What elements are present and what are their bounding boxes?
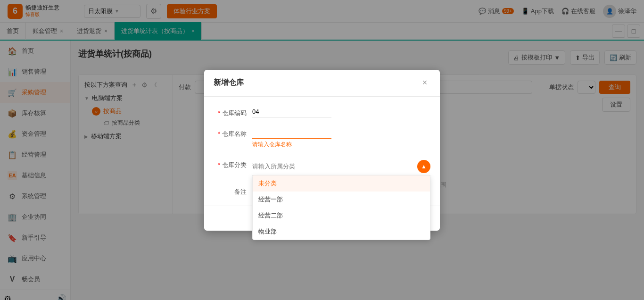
category-dropdown-list: 未分类 经营一部 经营二部 物业部	[252, 175, 430, 240]
code-label: 仓库编码	[214, 106, 247, 117]
category-dropdown-trigger[interactable]: ▲	[252, 158, 430, 175]
modal-body: 仓库编码 仓库名称 请输入仓库名称 仓库分类 ▲	[204, 97, 440, 206]
remark-label: 备注	[214, 185, 247, 196]
category-input[interactable]	[252, 163, 417, 170]
code-field	[252, 106, 430, 117]
category-label: 仓库分类	[214, 158, 247, 169]
dropdown-item-1[interactable]: 经营一部	[253, 192, 430, 208]
name-input[interactable]	[252, 127, 331, 139]
category-dropdown-arrow-up-icon[interactable]: ▲	[417, 160, 430, 173]
name-field: 请输入仓库名称	[252, 127, 430, 149]
dropdown-item-0[interactable]: 未分类	[253, 175, 430, 192]
modal-overlay[interactable]: 新增仓库 × 仓库编码 仓库名称 请输入仓库名称 仓库分类	[0, 0, 644, 300]
form-row-category: 仓库分类 ▲ 未分类 经营一部 经营二部 物业部	[214, 158, 430, 175]
form-row-name: 仓库名称 请输入仓库名称	[214, 127, 430, 149]
name-label: 仓库名称	[214, 127, 247, 138]
category-field: ▲ 未分类 经营一部 经营二部 物业部	[252, 158, 430, 175]
new-warehouse-modal: 新增仓库 × 仓库编码 仓库名称 请输入仓库名称 仓库分类	[204, 70, 440, 231]
code-input[interactable]	[252, 106, 331, 117]
name-error-text: 请输入仓库名称	[252, 141, 430, 149]
modal-close-button[interactable]: ×	[419, 77, 430, 89]
form-row-code: 仓库编码	[214, 106, 430, 117]
modal-title: 新增仓库	[214, 78, 244, 88]
dropdown-item-2[interactable]: 经营二部	[253, 208, 430, 224]
dropdown-item-3[interactable]: 物业部	[253, 224, 430, 240]
modal-header: 新增仓库 ×	[204, 70, 440, 97]
